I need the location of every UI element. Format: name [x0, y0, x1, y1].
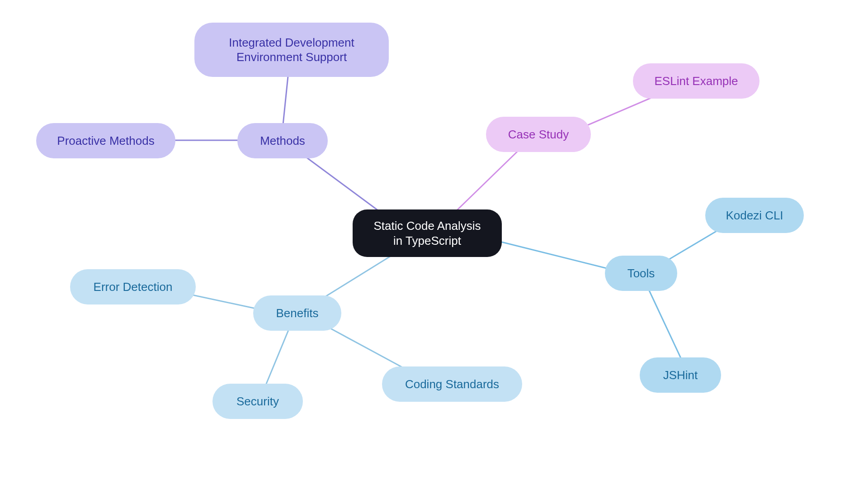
- case-study-node[interactable]: Case Study: [486, 117, 591, 152]
- tools-jshint-label: JSHint: [663, 368, 698, 383]
- tools-label: Tools: [627, 266, 655, 281]
- methods-proactive-node[interactable]: Proactive Methods: [36, 123, 175, 158]
- methods-ide-label: Integrated Development Environment Suppo…: [210, 35, 373, 65]
- benefits-standards-node[interactable]: Coding Standards: [382, 366, 522, 402]
- methods-ide-node[interactable]: Integrated Development Environment Suppo…: [194, 23, 389, 77]
- benefits-security-node[interactable]: Security: [212, 384, 303, 419]
- benefits-node[interactable]: Benefits: [253, 295, 341, 331]
- tools-kodezi-node[interactable]: Kodezi CLI: [705, 198, 804, 233]
- center-node[interactable]: Static Code Analysis in TypeScript: [353, 209, 502, 257]
- edge-center-tools: [502, 242, 619, 271]
- benefits-error-node[interactable]: Error Detection: [70, 269, 196, 304]
- methods-proactive-label: Proactive Methods: [57, 133, 154, 148]
- case-eslint-node[interactable]: ESLint Example: [633, 63, 760, 99]
- benefits-standards-label: Coding Standards: [405, 377, 499, 392]
- case-eslint-label: ESLint Example: [655, 74, 738, 89]
- mindmap-canvas: Static Code Analysis in TypeScript Metho…: [0, 0, 868, 490]
- benefits-error-label: Error Detection: [94, 280, 173, 295]
- benefits-security-label: Security: [236, 394, 279, 409]
- edge-tools-jshint: [649, 290, 683, 362]
- center-label: Static Code Analysis in TypeScript: [368, 219, 486, 248]
- tools-kodezi-label: Kodezi CLI: [726, 208, 783, 223]
- tools-node[interactable]: Tools: [605, 256, 677, 291]
- benefits-label: Benefits: [276, 306, 319, 321]
- methods-label: Methods: [260, 133, 305, 148]
- case-study-label: Case Study: [508, 127, 569, 142]
- tools-jshint-node[interactable]: JSHint: [640, 357, 721, 393]
- methods-node[interactable]: Methods: [237, 123, 328, 158]
